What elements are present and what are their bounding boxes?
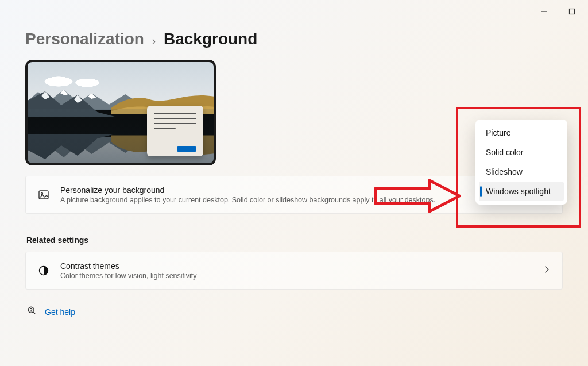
breadcrumb-parent[interactable]: Personalization [25,30,144,48]
chevron-right-icon [543,265,551,276]
background-type-dropdown: Picture Solid color Slideshow Windows sp… [475,120,567,205]
card-text: Contrast themes Color themes for low vis… [60,261,197,280]
card-text: Personalize your background A picture ba… [60,186,435,204]
dropdown-item-solid-color[interactable]: Solid color [479,142,564,162]
svg-rect-2 [39,191,48,199]
get-help-row: Get help [26,306,563,318]
svg-point-6 [31,311,32,312]
card-description: Color themes for low vision, light sensi… [60,272,197,280]
dropdown-item-slideshow[interactable]: Slideshow [479,162,564,182]
image-icon [37,188,50,201]
maximize-button[interactable] [565,5,579,18]
related-settings-header: Related settings [26,236,563,245]
contrast-themes-card[interactable]: Contrast themes Color themes for low vis… [25,252,563,290]
card-title: Personalize your background [60,186,435,195]
breadcrumb: Personalization › Background [25,30,563,48]
page-title: Background [164,30,257,48]
desktop-preview [25,60,216,165]
dropdown-item-picture[interactable]: Picture [479,123,564,142]
svg-point-3 [41,193,43,195]
window-controls [528,0,588,23]
contrast-icon [37,264,50,277]
help-icon [26,306,37,318]
dropdown-item-windows-spotlight[interactable]: Windows spotlight [479,182,564,201]
get-help-link[interactable]: Get help [45,307,75,317]
card-title: Contrast themes [60,261,197,271]
preview-dialog-mock [147,106,203,156]
card-description: A picture background applies to your cur… [60,196,435,204]
svg-rect-1 [570,9,575,14]
minimize-button[interactable] [537,5,551,18]
chevron-right-icon: › [152,35,156,47]
